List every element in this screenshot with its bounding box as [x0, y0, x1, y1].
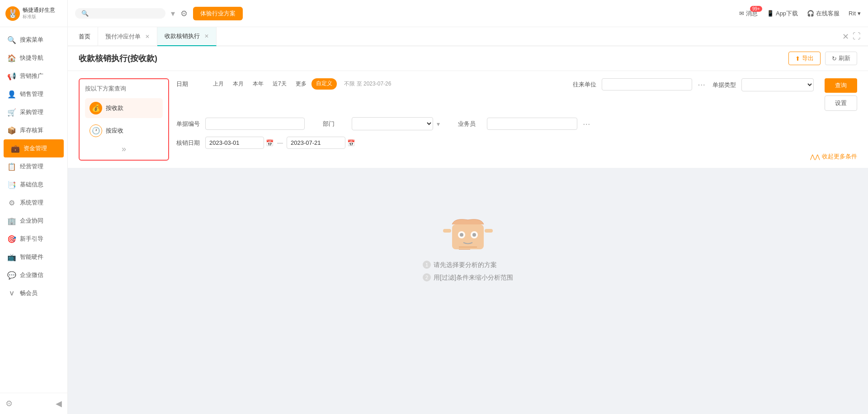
empty-tip-1: 1 请先选择要分析的方案 [423, 258, 513, 271]
refresh-button[interactable]: ↻ 刷新 [825, 52, 857, 65]
tip-text-2: 用[过滤]条件来缩小分析范围 [434, 271, 513, 284]
tab-collection[interactable]: 收款核销执行 ✕ [157, 27, 217, 46]
counterparty-input[interactable] [602, 78, 692, 90]
verify-date-end-input[interactable] [287, 137, 345, 149]
empty-state: 1 请先选择要分析的方案 2 用[过滤]条件来缩小分析范围 [68, 168, 868, 320]
logo-icon: 🐰 [5, 6, 20, 21]
filter-option-by-payment[interactable]: 💰 按收款 [85, 98, 163, 118]
sidebar-item-label: 搜索菜单 [20, 36, 43, 44]
date-prev-month-btn[interactable]: 上月 [209, 78, 228, 90]
date-custom-btn[interactable]: 自定义 [311, 78, 337, 90]
tab-home[interactable]: 首页 [71, 27, 98, 46]
sidebar-item-label: 系统管理 [20, 199, 43, 207]
tab-close-icon[interactable]: ✕ [204, 33, 209, 39]
date-7days-btn[interactable]: 近7天 [269, 78, 291, 90]
sidebar-item-purchase[interactable]: 🛒 采购管理 [0, 103, 67, 121]
app-name: 畅捷通好生意 [23, 7, 55, 14]
collapse-filter-icon[interactable]: » [85, 144, 163, 154]
filter-option-payment-label: 按收款 [106, 104, 123, 112]
app-download-label: App下载 [776, 10, 798, 18]
dept-filter: 部门 ▾ [323, 117, 440, 130]
export-button[interactable]: ⬆ 导出 [788, 52, 821, 65]
dept-select[interactable] [352, 117, 433, 130]
sidebar-item-finance[interactable]: 💼 资金管理 [4, 139, 64, 157]
svg-point-4 [472, 233, 476, 237]
maximize-icon[interactable]: ⛶ [853, 32, 861, 41]
filter-option-by-receivable[interactable]: 🕐 按应收 [85, 121, 163, 141]
date-this-year-btn[interactable]: 本年 [249, 78, 268, 90]
staff-input[interactable] [487, 118, 577, 130]
receive-icon: 💰 [90, 102, 102, 114]
date-range-display: 不限 至 2023-07-26 [344, 80, 392, 88]
doc-type-select[interactable] [741, 78, 814, 91]
sidebar-item-hardware[interactable]: 📺 智能硬件 [0, 248, 67, 266]
sidebar-item-sales[interactable]: 👤 销售管理 [0, 85, 67, 103]
sidebar-item-quicknav[interactable]: 🏠 快捷导航 [0, 49, 67, 67]
topbar: 🔍 ▾ ⚙ 体验行业方案 ✉ 消息 99+ 📱 App下载 🎧 在线客服 Rit… [68, 0, 868, 27]
search-icon: 🔍 [7, 35, 16, 44]
sidebar-item-guide[interactable]: 🎯 新手引导 [0, 230, 67, 248]
filter-left-title: 按以下方案查询 [85, 85, 163, 93]
sidebar: 🐰 畅捷通好生意 标准版 🔍 搜索菜单 🏠 快捷导航 📢 营销推广 👤 销售管理… [0, 0, 68, 414]
sidebar-item-operations[interactable]: 📋 经营管理 [0, 157, 67, 176]
online-service-button[interactable]: 🎧 在线客服 [807, 10, 840, 18]
setting-button[interactable]: 设置 [825, 95, 857, 111]
basic-info-icon: 📑 [7, 180, 16, 189]
collapse-sidebar-icon[interactable]: ◀ [56, 399, 62, 409]
message-button[interactable]: ✉ 消息 99+ [739, 10, 758, 18]
doc-type-filter: 单据类型 [712, 78, 814, 91]
tab-prepay[interactable]: 预付冲应付单 ✕ [98, 27, 157, 46]
home-icon: 🏠 [7, 53, 16, 62]
sidebar-item-label: 库存核算 [20, 126, 43, 134]
date-more-btn[interactable]: 更多 [292, 78, 311, 90]
topbar-search[interactable]: 🔍 [75, 8, 165, 19]
guide-icon: 🎯 [7, 234, 16, 243]
sidebar-item-wechat[interactable]: 💬 企业微信 [0, 266, 67, 284]
member-icon: V [7, 289, 16, 298]
sidebar-item-label: 营销推广 [20, 72, 43, 80]
counterparty-more-icon[interactable]: ··· [698, 79, 705, 90]
receivable-icon: 🕐 [90, 124, 102, 137]
staff-filter: 业务员 ··· [458, 118, 590, 130]
gear-icon[interactable]: ⚙ [180, 9, 188, 19]
dept-label: 部门 [323, 120, 348, 128]
counterparty-label: 往来单位 [573, 81, 598, 89]
sidebar-item-marketing[interactable]: 📢 营销推广 [0, 67, 67, 85]
tabbar: 首页 预付冲应付单 ✕ 收款核销执行 ✕ ✕ ⛶ [68, 27, 868, 46]
calendar-end-icon[interactable]: 📅 [347, 139, 355, 147]
calendar-start-icon[interactable]: 📅 [266, 139, 274, 147]
app-download-button[interactable]: 📱 App下载 [767, 10, 798, 18]
tab-prepay-label: 预付冲应付单 [105, 33, 141, 41]
svg-rect-6 [485, 229, 493, 233]
inventory-icon: 📦 [7, 126, 16, 135]
sidebar-item-system[interactable]: ⚙ 系统管理 [0, 194, 67, 212]
query-button[interactable]: 查询 [825, 78, 857, 93]
query-buttons: 查询 设置 [825, 78, 857, 111]
headset-icon: 🎧 [807, 10, 814, 17]
date-this-month-btn[interactable]: 本月 [229, 78, 248, 90]
staff-more-icon[interactable]: ··· [583, 119, 590, 129]
close-tab-icon[interactable]: ✕ [842, 32, 849, 42]
doc-no-input[interactable] [205, 118, 305, 130]
sidebar-item-label: 新手引导 [20, 235, 43, 243]
verify-date-start-input[interactable] [205, 137, 264, 149]
chevron-down-icon: ▾ [858, 10, 861, 17]
sidebar-item-member[interactable]: V 畅会员 [0, 284, 67, 302]
industry-solution-button[interactable]: 体验行业方案 [193, 7, 243, 20]
tab-close-icon[interactable]: ✕ [145, 33, 150, 40]
collapse-more-button[interactable]: ⋀⋀ 收起更多条件 [810, 152, 857, 161]
sales-icon: 👤 [7, 90, 16, 99]
user-avatar[interactable]: Rit ▾ [849, 10, 861, 17]
dept-chevron-icon[interactable]: ▾ [437, 120, 440, 128]
verify-date-end-group: 📅 [287, 137, 355, 149]
verify-date-filter: 核销日期 📅 — 📅 [176, 137, 355, 149]
counterparty-filter: 往来单位 ··· [573, 78, 705, 90]
chevron-down-icon[interactable]: ▾ [171, 9, 175, 19]
sidebar-item-inventory[interactable]: 📦 库存核算 [0, 121, 67, 139]
collapse-btn-label: 收起更多条件 [822, 152, 857, 161]
sidebar-item-enterprise[interactable]: 🏢 企业协同 [0, 212, 67, 230]
sidebar-item-basic-info[interactable]: 📑 基础信息 [0, 176, 67, 194]
sidebar-bottom: ⚙ ◀ [0, 393, 67, 414]
sidebar-item-search[interactable]: 🔍 搜索菜单 [0, 31, 67, 49]
settings-bottom-icon[interactable]: ⚙ [5, 399, 13, 409]
